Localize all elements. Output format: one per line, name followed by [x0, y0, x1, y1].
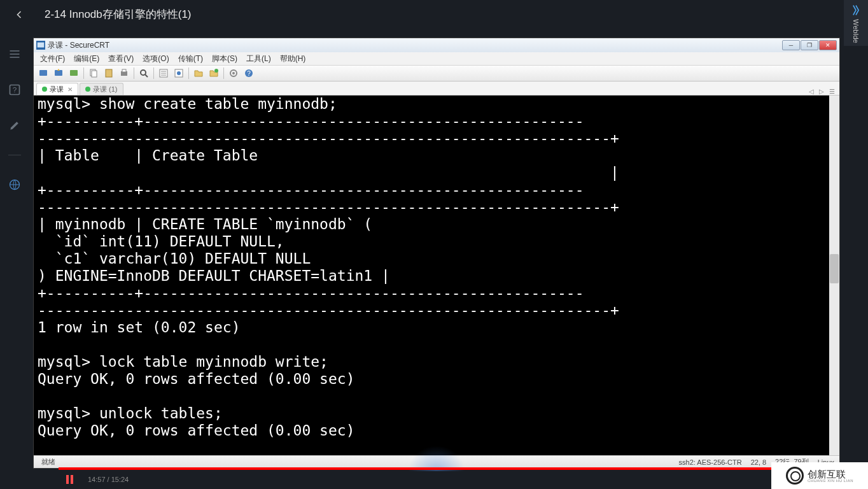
menu-transfer[interactable]: 传输(T)	[176, 53, 206, 64]
toolbar-settings-icon[interactable]	[227, 66, 241, 80]
tab-list-icon[interactable]: ☰	[827, 88, 837, 95]
session-tabs: 录课 ✕ 录课 (1) ◁ ▷ ☰	[34, 82, 839, 96]
menu-view[interactable]: 查看(V)	[106, 53, 136, 64]
tab-label: 录课 (1)	[93, 85, 118, 94]
svg-point-17	[214, 69, 218, 73]
svg-rect-12	[122, 69, 126, 72]
svg-point-19	[232, 72, 235, 74]
page-title: 2-14 Innodb存储引擎的特性(1)	[45, 7, 192, 22]
menu-script[interactable]: 脚本(S)	[209, 53, 240, 64]
menu-options[interactable]: 选项(O)	[140, 53, 171, 64]
securecrt-app-icon	[36, 41, 45, 50]
webide-icon	[850, 4, 862, 17]
tab-close-icon[interactable]: ✕	[67, 86, 73, 93]
toolbar-copy-icon[interactable]	[87, 66, 101, 80]
menu-bar: 文件(F) 编辑(E) 查看(V) 选项(O) 传输(T) 脚本(S) 工具(L…	[34, 52, 839, 65]
securecrt-window: 录课 - SecureCRT ─ ❐ ✕ 文件(F) 编辑(E) 查看(V) 选…	[33, 38, 840, 469]
svg-rect-6	[55, 70, 62, 76]
svg-rect-9	[92, 71, 97, 77]
close-button[interactable]: ✕	[819, 40, 837, 50]
tab-label: 录课	[50, 85, 64, 94]
toolbar: ?	[34, 65, 839, 82]
tab-next-icon[interactable]: ▷	[817, 88, 826, 95]
svg-rect-10	[106, 69, 112, 77]
menu-tools[interactable]: 工具(L)	[244, 53, 274, 64]
svg-rect-7	[70, 70, 78, 76]
menu-edit[interactable]: 编辑(E)	[71, 53, 102, 64]
progress-bar[interactable]	[59, 467, 820, 470]
minimize-button[interactable]: ─	[782, 40, 800, 50]
help-icon[interactable]: ?	[8, 83, 21, 96]
toolbar-print-icon[interactable]	[117, 66, 131, 80]
status-ready: 就绪	[41, 457, 55, 467]
svg-point-13	[141, 70, 146, 75]
video-time: 14:57 / 15:24	[88, 476, 129, 483]
window-titlebar[interactable]: 录课 - SecureCRT ─ ❐ ✕	[34, 38, 839, 52]
progress-fill	[59, 467, 797, 470]
globe-icon[interactable]	[8, 178, 21, 191]
svg-rect-4	[38, 43, 45, 48]
video-controls: 14:57 / 15:24	[59, 467, 820, 489]
menu-icon[interactable]	[8, 48, 21, 60]
tab-prev-icon[interactable]: ◁	[807, 88, 816, 95]
terminal-output[interactable]: mysql> show create table myinnodb; +----…	[34, 96, 839, 455]
watermark-icon	[786, 467, 804, 485]
toolbar-session-options-icon[interactable]	[172, 66, 186, 80]
toolbar-reconnect-icon[interactable]	[67, 66, 81, 80]
session-tab-inactive[interactable]: 录课 (1)	[80, 83, 123, 95]
toolbar-properties-icon[interactable]	[157, 66, 171, 80]
window-title: 录课 - SecureCRT	[48, 40, 782, 51]
maximize-button[interactable]: ❐	[801, 40, 818, 50]
pause-button[interactable]	[66, 474, 78, 485]
connection-status-icon	[85, 87, 90, 92]
status-coords: 22, 8	[751, 458, 766, 466]
session-tab-active[interactable]: 录课 ✕	[36, 83, 78, 95]
svg-text:?: ?	[247, 70, 251, 77]
toolbar-folder-icon[interactable]	[192, 66, 206, 80]
svg-point-16	[177, 71, 181, 75]
edit-icon[interactable]	[8, 119, 21, 132]
status-ssh: ssh2: AES-256-CTR	[679, 458, 742, 466]
webide-label: WebIde	[852, 19, 860, 43]
left-sidebar: ?	[0, 29, 29, 489]
watermark-logo: 创新互联 CHUANG XIN HU LIAN	[771, 462, 868, 489]
watermark-text-cn: 创新互联	[808, 469, 853, 479]
terminal-scrollbar[interactable]	[829, 96, 839, 455]
connection-status-icon	[42, 87, 47, 92]
svg-text:?: ?	[13, 85, 17, 94]
back-arrow-icon[interactable]	[13, 8, 25, 21]
menu-file[interactable]: 文件(F)	[38, 53, 67, 64]
toolbar-find-icon[interactable]	[137, 66, 151, 80]
toolbar-paste-icon[interactable]	[102, 66, 116, 80]
svg-rect-5	[39, 70, 47, 76]
toolbar-quickconnect-icon[interactable]	[52, 66, 66, 80]
toolbar-connect-icon[interactable]	[36, 66, 50, 80]
toolbar-new-icon[interactable]	[207, 66, 221, 80]
watermark-text-en: CHUANG XIN HU LIAN	[808, 479, 853, 483]
status-bar: 就绪 ssh2: AES-256-CTR 22, 8 22行, 79列 Linu…	[34, 455, 839, 468]
right-sidebar[interactable]: WebIde	[844, 0, 868, 46]
toolbar-help-icon[interactable]: ?	[242, 66, 256, 80]
menu-help[interactable]: 帮助(H)	[277, 53, 309, 64]
